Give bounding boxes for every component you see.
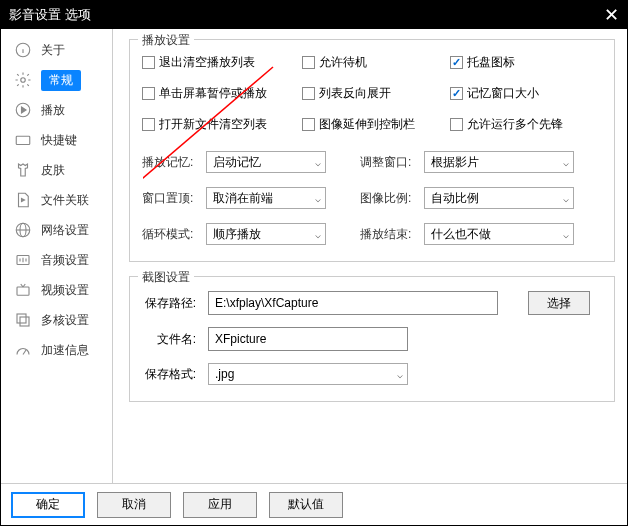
select-save-format[interactable]: .jpg⌵	[208, 363, 408, 385]
checkbox-tray-icon[interactable]: 托盘图标	[450, 54, 515, 71]
checkbox-clear-on-exit[interactable]: 退出清空播放列表	[142, 54, 302, 71]
sidebar-item-label: 多核设置	[41, 312, 89, 329]
filename-label: 文件名:	[142, 331, 202, 348]
svg-rect-22	[20, 317, 29, 326]
checkbox-label: 单击屏幕暂停或播放	[159, 85, 267, 102]
sidebar-item-general[interactable]: 常规	[1, 65, 112, 95]
checkbox-icon	[142, 56, 155, 69]
select-value: .jpg	[215, 367, 234, 381]
apply-button[interactable]: 应用	[183, 492, 257, 518]
checkbox-allow-standby[interactable]: 允许待机	[302, 54, 450, 71]
playback-fieldset: 播放设置 退出清空播放列表 允许待机 托盘图标 单击屏幕暂停或播放 列表反向展开…	[129, 39, 615, 262]
checkbox-icon	[142, 118, 155, 131]
checkbox-icon	[302, 118, 315, 131]
sidebar: 关于 常规 播放 快捷键 皮肤 文件关联 网络设置 音频设置	[1, 29, 113, 483]
chevron-down-icon: ⌵	[315, 193, 321, 204]
content-panel: 播放设置 退出清空播放列表 允许待机 托盘图标 单击屏幕暂停或播放 列表反向展开…	[113, 29, 627, 483]
sidebar-item-accel[interactable]: 加速信息	[1, 335, 112, 365]
select-aspect-ratio[interactable]: 自动比例⌵	[424, 187, 574, 209]
select-label: 窗口置顶:	[142, 190, 206, 207]
svg-marker-5	[22, 107, 27, 113]
screenshot-fieldset: 截图设置 保存路径: 选择 文件名: 保存格式: .jpg⌵	[129, 276, 615, 402]
footer: 确定 取消 应用 默认值	[1, 483, 627, 525]
checkbox-icon	[450, 118, 463, 131]
svg-rect-21	[17, 314, 26, 323]
checkbox-icon	[302, 87, 315, 100]
gear-icon	[13, 70, 33, 90]
shirt-icon	[13, 160, 33, 180]
chevron-down-icon: ⌵	[563, 193, 569, 204]
select-value: 自动比例	[431, 190, 479, 207]
chevron-down-icon: ⌵	[315, 157, 321, 168]
checkbox-label: 打开新文件清空列表	[159, 116, 267, 133]
checkbox-multi-instance[interactable]: 允许运行多个先锋	[450, 116, 563, 133]
screenshot-legend: 截图设置	[138, 269, 194, 286]
checkbox-icon	[450, 87, 463, 100]
select-label: 图像比例:	[360, 190, 424, 207]
sidebar-item-multicore[interactable]: 多核设置	[1, 305, 112, 335]
select-adjust-window[interactable]: 根据影片⌵	[424, 151, 574, 173]
checkbox-icon	[142, 87, 155, 100]
checkbox-icon	[450, 56, 463, 69]
select-value: 取消在前端	[213, 190, 273, 207]
sidebar-item-audio[interactable]: 音频设置	[1, 245, 112, 275]
svg-point-3	[21, 78, 26, 83]
select-label: 播放结束:	[360, 226, 424, 243]
sidebar-item-network[interactable]: 网络设置	[1, 215, 112, 245]
svg-rect-6	[16, 136, 30, 144]
sidebar-item-hotkeys[interactable]: 快捷键	[1, 125, 112, 155]
checkbox-reverse-expand[interactable]: 列表反向展开	[302, 85, 450, 102]
checkbox-label: 图像延伸到控制栏	[319, 116, 415, 133]
select-playback-memory[interactable]: 启动记忆⌵	[206, 151, 326, 173]
sidebar-item-label: 文件关联	[41, 192, 89, 209]
sidebar-item-label: 加速信息	[41, 342, 89, 359]
select-label: 调整窗口:	[360, 154, 424, 171]
path-label: 保存路径:	[142, 295, 202, 312]
select-loop-mode[interactable]: 顺序播放⌵	[206, 223, 326, 245]
sidebar-item-label: 音频设置	[41, 252, 89, 269]
select-window-top[interactable]: 取消在前端⌵	[206, 187, 326, 209]
sidebar-item-skin[interactable]: 皮肤	[1, 155, 112, 185]
speed-icon	[13, 340, 33, 360]
file-icon	[13, 190, 33, 210]
audio-icon	[13, 250, 33, 270]
checkbox-clear-on-open[interactable]: 打开新文件清空列表	[142, 116, 302, 133]
default-button[interactable]: 默认值	[269, 492, 343, 518]
cancel-button[interactable]: 取消	[97, 492, 171, 518]
sidebar-item-about[interactable]: 关于	[1, 35, 112, 65]
select-value: 根据影片	[431, 154, 479, 171]
select-playback-end[interactable]: 什么也不做⌵	[424, 223, 574, 245]
checkbox-label: 退出清空播放列表	[159, 54, 255, 71]
tv-icon	[13, 280, 33, 300]
sidebar-item-label: 常规	[41, 70, 81, 91]
svg-marker-10	[22, 199, 25, 202]
chevron-down-icon: ⌵	[397, 369, 403, 380]
window-title: 影音设置 选项	[9, 6, 91, 24]
checkbox-label: 允许运行多个先锋	[467, 116, 563, 133]
sidebar-item-video[interactable]: 视频设置	[1, 275, 112, 305]
checkbox-icon	[302, 56, 315, 69]
chevron-down-icon: ⌵	[315, 229, 321, 240]
chevron-down-icon: ⌵	[563, 157, 569, 168]
checkbox-label: 托盘图标	[467, 54, 515, 71]
checkbox-label: 允许待机	[319, 54, 367, 71]
save-path-input[interactable]	[208, 291, 498, 315]
close-icon[interactable]: ✕	[604, 4, 619, 26]
checkbox-remember-size[interactable]: 记忆窗口大小	[450, 85, 539, 102]
ok-button[interactable]: 确定	[11, 492, 85, 518]
checkbox-extend-image[interactable]: 图像延伸到控制栏	[302, 116, 450, 133]
globe-icon	[13, 220, 33, 240]
filename-input[interactable]	[208, 327, 408, 351]
checkbox-label: 列表反向展开	[319, 85, 391, 102]
browse-button[interactable]: 选择	[528, 291, 590, 315]
select-value: 顺序播放	[213, 226, 261, 243]
sidebar-item-label: 播放	[41, 102, 65, 119]
sidebar-item-file-assoc[interactable]: 文件关联	[1, 185, 112, 215]
playback-legend: 播放设置	[138, 32, 194, 49]
format-label: 保存格式:	[142, 366, 202, 383]
checkbox-click-pause[interactable]: 单击屏幕暂停或播放	[142, 85, 302, 102]
checkbox-label: 记忆窗口大小	[467, 85, 539, 102]
sidebar-item-playback[interactable]: 播放	[1, 95, 112, 125]
keyboard-icon	[13, 130, 33, 150]
sidebar-item-label: 网络设置	[41, 222, 89, 239]
